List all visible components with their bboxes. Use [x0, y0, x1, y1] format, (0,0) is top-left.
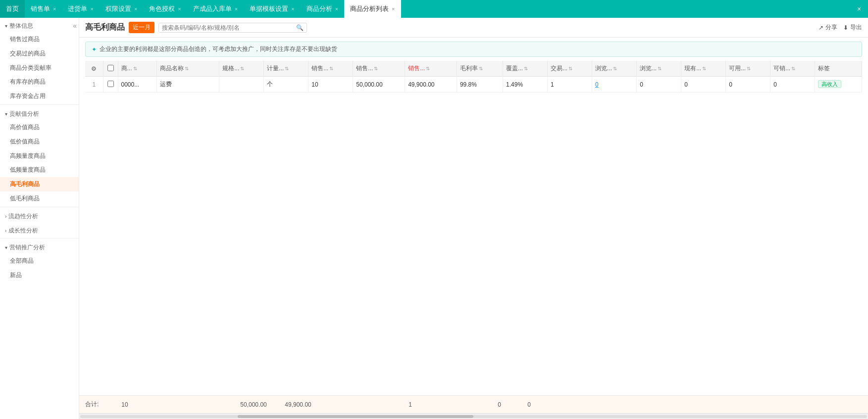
row-name: 运费	[156, 77, 219, 93]
search-box: 🔍	[158, 23, 307, 33]
window-close-button[interactable]: ×	[850, 0, 868, 18]
row-code: 0000...	[118, 77, 156, 93]
nav-permission-settings[interactable]: 权限设置 ×	[100, 0, 143, 18]
sidebar-group-marketing-analysis[interactable]: ▾ 营销推广分析	[0, 239, 79, 254]
col-available[interactable]: 可用... ⇅	[726, 61, 770, 77]
info-message: 企业的主要的利润都是这部分商品创造的，可考虑加大推广，同时关注库存是不要出现缺货	[100, 45, 337, 53]
table-row: 1 0000... 运费	[85, 77, 862, 93]
col-coverage[interactable]: 覆盖... ⇅	[503, 61, 548, 77]
info-icon: ✦	[92, 46, 97, 53]
share-icon: ↗	[818, 24, 823, 31]
top-navigation: 首页 销售单 × 进货单 × 权限设置 × 角色授权 × 产成品入库单 × 单据…	[0, 0, 868, 18]
sidebar-item-high-value-goods[interactable]: 高价值商品	[0, 120, 79, 135]
horizontal-scrollbar[interactable]	[79, 413, 868, 419]
footer-bar: 合计: 10 50,000.00 49,900.00 1 0 0	[79, 395, 868, 413]
sort-unit-icon: ⇅	[285, 66, 289, 71]
col-name[interactable]: 商品名称 ⇅	[156, 61, 219, 77]
col-sales-amount[interactable]: 销售... ⇅	[353, 61, 405, 77]
sort-sales-count-icon: ⇅	[329, 66, 333, 71]
sidebar-item-low-margin-goods[interactable]: 低毛利商品	[0, 191, 79, 206]
col-sales-cost[interactable]: 销售... ⇅	[405, 61, 457, 77]
row-checkbox-cell[interactable]	[103, 77, 118, 93]
row-browse1[interactable]: 0	[592, 77, 637, 93]
row-coverage: 1.49%	[503, 77, 548, 93]
close-order-template[interactable]: ×	[291, 6, 294, 12]
row-sales-amount: 50,000.00	[353, 77, 405, 93]
nav-purchase-order[interactable]: 进货单 ×	[62, 0, 99, 18]
table-header-row: ⚙ 商... ⇅ 商品名称	[85, 61, 862, 77]
sidebar-item-sales-goods[interactable]: 销售过商品	[0, 32, 79, 47]
select-all-checkbox[interactable]	[107, 65, 114, 71]
col-saleable[interactable]: 可销... ⇅	[770, 61, 815, 77]
col-browse2[interactable]: 浏览... ⇅	[637, 61, 681, 77]
col-current-stock[interactable]: 现有... ⇅	[681, 61, 726, 77]
search-input[interactable]	[162, 24, 294, 31]
col-sales-count[interactable]: 销售... ⇅	[308, 61, 353, 77]
main-layout: « ▾ 整体信息 销售过商品 交易过的商品 商品分类贡献率 有库存的商品 库存资…	[0, 18, 868, 419]
nav-product-analysis-list[interactable]: 商品分析列表 ×	[344, 0, 401, 18]
sidebar-collapse-button[interactable]: «	[73, 22, 77, 30]
sidebar-item-traded-goods[interactable]: 交易过的商品	[0, 47, 79, 61]
close-product-analysis-list[interactable]: ×	[392, 6, 395, 12]
nav-product-analysis[interactable]: 商品分析 ×	[301, 0, 344, 18]
sidebar-item-low-value-goods[interactable]: 低价值商品	[0, 135, 79, 149]
row-unit: 个	[264, 77, 308, 93]
col-checkbox[interactable]	[103, 61, 118, 77]
sidebar-item-low-freq-goods[interactable]: 低频量度商品	[0, 163, 79, 177]
table-container[interactable]: ⚙ 商... ⇅ 商品名称	[79, 61, 868, 395]
footer-transaction: 1	[406, 401, 435, 408]
col-transaction[interactable]: 交易... ⇅	[548, 61, 592, 77]
gear-icon: ⚙	[91, 65, 97, 72]
header-actions: ↗ 分享 ⬇ 导出	[818, 23, 862, 32]
nav-order-template[interactable]: 单据模板设置 ×	[244, 0, 300, 18]
sidebar-item-all-goods[interactable]: 全部商品	[0, 254, 79, 268]
sidebar-item-in-stock-goods[interactable]: 有库存的商品	[0, 75, 79, 89]
nav-role-permissions[interactable]: 角色授权 ×	[143, 0, 187, 18]
sidebar-item-high-freq-goods[interactable]: 高频量度商品	[0, 149, 79, 163]
filter-recent-month-button[interactable]: 近一月	[129, 22, 154, 33]
sidebar-item-high-margin-goods[interactable]: 高毛利商品	[0, 177, 79, 191]
sidebar-item-new-goods[interactable]: 新品	[0, 268, 79, 282]
export-button[interactable]: ⬇ 导出	[843, 23, 862, 32]
share-button[interactable]: ↗ 分享	[818, 23, 837, 32]
sort-transaction-icon: ⇅	[568, 66, 572, 71]
sidebar-item-goods-contribution[interactable]: 商品分类贡献率	[0, 61, 79, 75]
marketing-analysis-arrow: ▾	[5, 245, 7, 250]
row-num: 1	[85, 77, 103, 93]
sort-code-icon: ⇅	[133, 66, 137, 71]
row-saleable: 0	[770, 77, 815, 93]
row-sales-count: 10	[308, 77, 353, 93]
sort-margin-rate-icon: ⇅	[479, 66, 483, 71]
col-unit[interactable]: 计量... ⇅	[264, 61, 308, 77]
close-role-permissions[interactable]: ×	[178, 6, 181, 12]
scrollbar-track[interactable]	[80, 415, 867, 418]
row-checkbox[interactable]	[107, 81, 114, 87]
col-code[interactable]: 商... ⇅	[118, 61, 156, 77]
col-browse1[interactable]: 浏览... ⇅	[592, 61, 637, 77]
row-margin-rate: 99.8%	[457, 77, 503, 93]
search-icon[interactable]: 🔍	[296, 24, 304, 31]
col-settings[interactable]: ⚙	[85, 61, 103, 77]
footer-sales-count: 10	[118, 401, 237, 408]
nav-home[interactable]: 首页	[0, 0, 25, 18]
close-product-analysis[interactable]: ×	[335, 6, 338, 12]
col-tag: 标签	[815, 61, 862, 77]
sort-sales-amount-icon: ⇅	[374, 66, 378, 71]
sidebar-group-overall-info[interactable]: ▾ 整体信息	[0, 18, 79, 32]
sidebar-group-trend-analysis[interactable]: › 流趋性分析	[0, 208, 79, 223]
col-margin-rate[interactable]: 毛利率 ⇅	[457, 61, 503, 77]
sidebar: « ▾ 整体信息 销售过商品 交易过的商品 商品分类贡献率 有库存的商品 库存资…	[0, 18, 79, 419]
sort-current-stock-icon: ⇅	[702, 66, 706, 71]
close-permission-settings[interactable]: ×	[134, 6, 137, 12]
sidebar-group-growth-analysis[interactable]: › 成长性分析	[0, 223, 79, 237]
col-spec[interactable]: 规格... ⇅	[219, 61, 264, 77]
close-product-entry[interactable]: ×	[235, 6, 238, 12]
close-purchase-order[interactable]: ×	[90, 6, 93, 12]
close-sales-order[interactable]: ×	[53, 6, 56, 12]
nav-product-entry[interactable]: 产成品入库单 ×	[187, 0, 244, 18]
sidebar-group-financial-analysis[interactable]: ▾ 贡献值分析	[0, 106, 79, 120]
scrollbar-thumb[interactable]	[238, 415, 474, 418]
growth-analysis-arrow: ›	[5, 228, 6, 233]
nav-sales-order[interactable]: 销售单 ×	[25, 0, 62, 18]
sidebar-item-inventory-capital[interactable]: 库存资金占用	[0, 89, 79, 103]
